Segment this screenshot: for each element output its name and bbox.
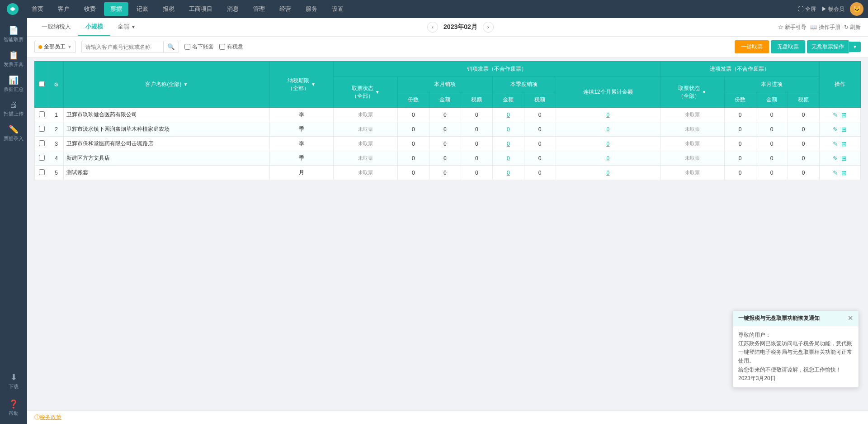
sidebar-item-扫描上传[interactable]: 🖨扫描上传 (1, 96, 26, 121)
client-name-filter-icon[interactable]: ▼ (183, 82, 188, 87)
avatar[interactable]: 🐱 (850, 2, 863, 16)
search-button[interactable]: 🔍 (163, 41, 179, 52)
td-client-name: 卫辉市保和堂医药有限公司击辗路店 (64, 137, 270, 151)
th-settings[interactable]: ⚙ (49, 62, 64, 108)
nav-item-报税[interactable]: 报税 (156, 2, 181, 16)
td-consecutive-amount[interactable]: 0 (556, 166, 660, 180)
th-purchase-month-tax: 税额 (788, 92, 819, 108)
view-icon[interactable]: ⊞ (841, 126, 847, 133)
td-purchase-month-count: 0 (724, 151, 756, 166)
tab-一般纳税人[interactable]: 一般纳税人 (34, 18, 78, 36)
no-disk-fetch-btn[interactable]: 无盘取票 (771, 40, 805, 53)
th-tax-period-label: 纳税期限（全部） (288, 77, 309, 92)
nav-item-消息[interactable]: 消息 (221, 2, 245, 16)
search-input[interactable] (82, 42, 163, 52)
tab-dropdown-icon[interactable]: ▼ (131, 24, 136, 29)
checkbox-has-disk[interactable]: 有税盘 (219, 43, 243, 51)
td-actions: ✎ ⊞ (819, 122, 860, 137)
td-consecutive-amount[interactable]: 0 (556, 151, 660, 166)
nav-item-服务[interactable]: 服务 (299, 2, 324, 16)
period-prev-btn[interactable]: ‹ (427, 22, 438, 33)
td-fetch-status-sales: 未取票 (334, 166, 398, 180)
checkbox-my-accounts[interactable]: 名下账套 (184, 43, 214, 51)
period-display: 2023年02月 (443, 23, 477, 31)
td-fetch-status-purchase: 未取票 (660, 137, 725, 151)
td-consecutive-amount[interactable]: 0 (556, 122, 660, 137)
view-icon[interactable]: ⊞ (841, 169, 847, 176)
fetch-status-purchase-filter-icon[interactable]: ▼ (702, 90, 706, 95)
td-actions: ✎ ⊞ (819, 137, 860, 151)
nav-item-经营[interactable]: 经营 (273, 2, 297, 16)
vip-btn[interactable]: ▶ 畅会员 (821, 5, 844, 13)
edit-icon[interactable]: ✎ (833, 111, 838, 119)
td-sales-quarter-tax: 0 (524, 137, 556, 151)
nav-item-管理[interactable]: 管理 (247, 2, 271, 16)
nav-item-票据[interactable]: 票据 (104, 2, 128, 16)
table-row: 5 测试账套 月 未取票 0 0 0 0 0 0 未取票 0 0 0 ✎ ⊞ (35, 166, 861, 180)
td-sales-month-count: 0 (397, 137, 429, 151)
td-checkbox[interactable] (35, 122, 49, 137)
th-tax-period: 纳税期限（全部） ▼ (269, 62, 334, 108)
td-consecutive-amount[interactable]: 0 (556, 137, 660, 151)
nav-item-设置[interactable]: 设置 (326, 2, 350, 16)
view-icon[interactable]: ⊞ (841, 111, 847, 119)
nav-item-客户[interactable]: 客户 (52, 2, 76, 16)
nav-item-首页[interactable]: 首页 (25, 2, 50, 16)
fullscreen-btn[interactable]: ⛶ 全屏 (798, 5, 816, 13)
td-sales-quarter-amount[interactable]: 0 (492, 108, 524, 122)
sidebar-item-票据录入[interactable]: ✏️票据录入 (1, 121, 26, 146)
table-row: 3 卫辉市保和堂医药有限公司击辗路店 季 未取票 0 0 0 0 0 0 未取票… (35, 137, 861, 151)
sidebar-item-发票开具[interactable]: 📋发票开具 (1, 47, 26, 71)
td-row-no: 1 (49, 108, 64, 122)
new-guide-btn[interactable]: ☆ 新手引导 (778, 24, 807, 31)
td-client-name: 测试账套 (64, 166, 270, 180)
td-consecutive-amount[interactable]: 0 (556, 108, 660, 122)
tax-period-filter-icon[interactable]: ▼ (311, 82, 316, 87)
td-sales-quarter-amount[interactable]: 0 (492, 166, 524, 180)
tax-policy-link[interactable]: 税务政策 (40, 414, 61, 421)
no-disk-operations-dropdown-btn[interactable]: ▼ (849, 42, 861, 52)
nav-item-记账[interactable]: 记账 (130, 2, 155, 16)
td-checkbox[interactable] (35, 166, 49, 180)
td-sales-quarter-amount[interactable]: 0 (492, 151, 524, 166)
td-fetch-status-sales: 未取票 (334, 108, 398, 122)
th-purchase-group: 进项发票（不合作废票） (660, 62, 819, 77)
td-sales-quarter-amount[interactable]: 0 (492, 137, 524, 151)
refresh-btn[interactable]: ↻ 刷新 (844, 24, 861, 31)
nav-item-工商项目[interactable]: 工商项目 (183, 2, 219, 16)
td-purchase-month-amount: 0 (756, 166, 788, 180)
manual-btn[interactable]: 📖 操作手册 (810, 24, 840, 31)
no-disk-operations-btn[interactable]: 无盘取票操作 (807, 40, 849, 53)
tab-小规模[interactable]: 小规模 (78, 18, 110, 36)
employee-filter[interactable]: 全部员工 ▼ (34, 41, 76, 53)
th-sales-quarter-amount: 金额 (492, 92, 524, 108)
edit-icon[interactable]: ✎ (833, 155, 838, 162)
fetch-status-sales-filter-icon[interactable]: ▼ (375, 90, 380, 95)
edit-icon[interactable]: ✎ (833, 140, 838, 148)
sidebar-item-help[interactable]: ❓ 帮助 (1, 395, 26, 420)
td-sales-month-amount: 0 (429, 108, 461, 122)
th-sales-quarter-tax: 税额 (524, 92, 556, 108)
tab-全能[interactable]: 全能 ▼ (110, 18, 143, 36)
period-next-btn[interactable]: › (483, 22, 494, 33)
nav-item-收费[interactable]: 收费 (78, 2, 102, 16)
one-key-fetch-btn[interactable]: 一键取票 (735, 40, 769, 53)
td-checkbox[interactable] (35, 151, 49, 166)
select-all-checkbox[interactable] (39, 81, 45, 87)
sidebar-item-download[interactable]: ⬇ 下载 (1, 369, 26, 394)
td-sales-quarter-amount[interactable]: 0 (492, 122, 524, 137)
view-icon[interactable]: ⊞ (841, 155, 847, 162)
table-row: 1 卫辉市玖玖健合医药有限公司 季 未取票 0 0 0 0 0 0 未取票 0 … (35, 108, 861, 122)
td-fetch-status-purchase: 未取票 (660, 151, 725, 166)
sidebar-item-智能取票[interactable]: 📄智能取票 (1, 22, 26, 47)
td-checkbox[interactable] (35, 137, 49, 151)
tabs-period-bar: 一般纳税人小规模全能 ▼ ‹ 2023年02月 › ☆ 新手引导 📖 操作手册 … (27, 18, 868, 37)
edit-icon[interactable]: ✎ (833, 126, 838, 133)
sidebar-item-票据汇总[interactable]: 📊票据汇总 (1, 71, 26, 96)
notification-close-btn[interactable]: ✕ (848, 314, 853, 322)
logo[interactable] (5, 1, 21, 17)
edit-icon[interactable]: ✎ (833, 169, 838, 176)
view-icon[interactable]: ⊞ (841, 140, 847, 148)
th-fetch-status-sales: 取票状态（全部） ▼ (334, 77, 398, 108)
td-checkbox[interactable] (35, 108, 49, 122)
